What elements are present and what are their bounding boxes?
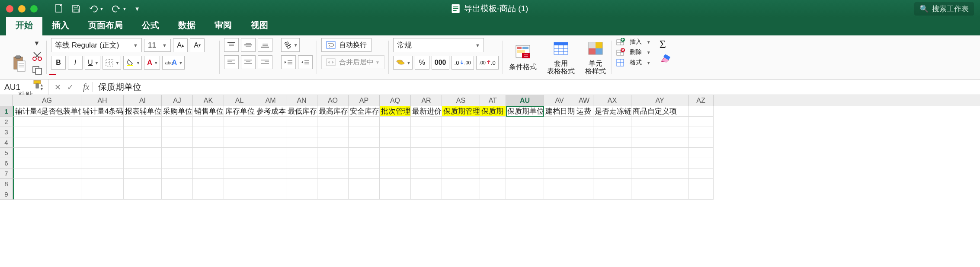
cell-AG7[interactable] xyxy=(13,168,81,179)
cell-AH7[interactable] xyxy=(81,168,124,179)
increase-font-button[interactable]: A▴ xyxy=(173,38,188,52)
column-header-AO[interactable]: AO xyxy=(317,95,349,106)
cell-AX4[interactable] xyxy=(593,137,631,148)
cell-AK6[interactable] xyxy=(193,158,224,168)
row-header-5[interactable]: 5 xyxy=(0,148,13,158)
cell-AW4[interactable] xyxy=(575,137,593,148)
row-header-1[interactable]: 1 xyxy=(0,106,13,117)
redo-icon[interactable]: ▼ xyxy=(112,5,127,13)
cell-AP6[interactable] xyxy=(349,158,380,168)
column-header-AN[interactable]: AN xyxy=(286,95,317,106)
row-header-7[interactable]: 7 xyxy=(0,168,13,179)
cell-AX6[interactable] xyxy=(593,158,631,168)
cell-AT2[interactable] xyxy=(480,117,506,127)
cell-AY3[interactable] xyxy=(631,127,689,137)
cell-AP4[interactable] xyxy=(349,137,380,148)
cell-AH6[interactable] xyxy=(81,158,124,168)
cell-AR6[interactable] xyxy=(411,158,442,168)
column-header-AR[interactable]: AR xyxy=(411,95,442,106)
cell-AS8[interactable] xyxy=(442,179,480,189)
clear-icon[interactable] xyxy=(660,54,671,63)
cell-AU3[interactable] xyxy=(506,127,544,137)
cell-AG1[interactable]: 辅计量4是否包装单位 xyxy=(13,106,81,117)
cell-AP5[interactable] xyxy=(349,148,380,158)
paste-dropdown[interactable]: ▼ xyxy=(32,38,42,48)
cell-AI7[interactable] xyxy=(124,168,162,179)
new-file-icon[interactable] xyxy=(55,4,64,13)
cell-AV7[interactable] xyxy=(544,168,575,179)
cell-AM7[interactable] xyxy=(255,168,286,179)
cell-AI4[interactable] xyxy=(124,137,162,148)
bold-button[interactable]: B xyxy=(51,56,66,70)
cell-AK8[interactable] xyxy=(193,179,224,189)
underline-button[interactable]: U▼ xyxy=(85,56,100,70)
cell-AT4[interactable] xyxy=(480,137,506,148)
column-header-AY[interactable]: AY xyxy=(631,95,689,106)
increase-decimal-button[interactable]: .0.00 xyxy=(452,56,474,70)
cell-AT1[interactable]: 保质期 xyxy=(480,106,506,117)
cell-AY4[interactable] xyxy=(631,137,689,148)
fill-color-button[interactable]: ▼ xyxy=(123,56,142,70)
cell-AY9[interactable] xyxy=(631,189,689,200)
cell-AJ6[interactable] xyxy=(162,158,193,168)
cell-AZ8[interactable] xyxy=(689,179,714,189)
column-header-AV[interactable]: AV xyxy=(544,95,575,106)
cell-AG9[interactable] xyxy=(13,189,81,200)
delete-cells-button[interactable]: 删除▼ xyxy=(616,48,651,56)
cell-AP8[interactable] xyxy=(349,179,380,189)
cell-AL2[interactable] xyxy=(224,117,255,127)
cell-AU9[interactable] xyxy=(506,189,544,200)
cell-AY5[interactable] xyxy=(631,148,689,158)
qat-customize-icon[interactable]: ▼ xyxy=(135,6,140,12)
column-header-AL[interactable]: AL xyxy=(224,95,255,106)
cell-AN3[interactable] xyxy=(286,127,317,137)
cell-AH5[interactable] xyxy=(81,148,124,158)
paste-button[interactable] xyxy=(9,54,29,73)
column-header-AM[interactable]: AM xyxy=(255,95,286,106)
cell-AU5[interactable] xyxy=(506,148,544,158)
cell-AR5[interactable] xyxy=(411,148,442,158)
cell-AJ5[interactable] xyxy=(162,148,193,158)
cell-AX2[interactable] xyxy=(593,117,631,127)
cancel-formula-icon[interactable]: ✕ xyxy=(54,83,61,92)
maximize-window-button[interactable] xyxy=(30,5,38,13)
cell-AN2[interactable] xyxy=(286,117,317,127)
cell-AI5[interactable] xyxy=(124,148,162,158)
cell-AQ1[interactable]: 批次管理 xyxy=(380,106,411,117)
close-window-button[interactable] xyxy=(6,5,13,13)
tab-开始[interactable]: 开始 xyxy=(6,16,42,35)
cell-AJ1[interactable]: 采购单位 xyxy=(162,106,193,117)
format-cells-button[interactable]: 格式▼ xyxy=(616,59,651,67)
cell-AZ1[interactable] xyxy=(689,106,714,117)
merge-center-button[interactable]: 合并后居中▼ xyxy=(321,55,384,69)
cell-AX7[interactable] xyxy=(593,168,631,179)
cell-AU1[interactable]: 保质期单位 xyxy=(506,106,544,117)
cell-AZ5[interactable] xyxy=(689,148,714,158)
cell-AQ3[interactable] xyxy=(380,127,411,137)
cell-AK2[interactable] xyxy=(193,117,224,127)
search-sheet-box[interactable]: 🔍 搜索工作表 xyxy=(914,2,974,16)
cell-AJ4[interactable] xyxy=(162,137,193,148)
italic-button[interactable]: I xyxy=(68,56,83,70)
cell-AO3[interactable] xyxy=(317,127,349,137)
column-header-AS[interactable]: AS xyxy=(442,95,480,106)
cell-AO8[interactable] xyxy=(317,179,349,189)
cell-AQ5[interactable] xyxy=(380,148,411,158)
cell-AT7[interactable] xyxy=(480,168,506,179)
cell-AV1[interactable]: 建档日期 xyxy=(544,106,575,117)
cell-AL8[interactable] xyxy=(224,179,255,189)
save-icon[interactable] xyxy=(71,4,81,13)
cell-AG5[interactable] xyxy=(13,148,81,158)
cell-AX9[interactable] xyxy=(593,189,631,200)
cell-AZ6[interactable] xyxy=(689,158,714,168)
cell-AX5[interactable] xyxy=(593,148,631,158)
cell-AH8[interactable] xyxy=(81,179,124,189)
cell-AV3[interactable] xyxy=(544,127,575,137)
cell-AQ2[interactable] xyxy=(380,117,411,127)
cell-AG8[interactable] xyxy=(13,179,81,189)
cell-AG3[interactable] xyxy=(13,127,81,137)
cell-AO6[interactable] xyxy=(317,158,349,168)
cell-AK5[interactable] xyxy=(193,148,224,158)
cell-AX1[interactable]: 是否走冻链 xyxy=(593,106,631,117)
cell-AV5[interactable] xyxy=(544,148,575,158)
